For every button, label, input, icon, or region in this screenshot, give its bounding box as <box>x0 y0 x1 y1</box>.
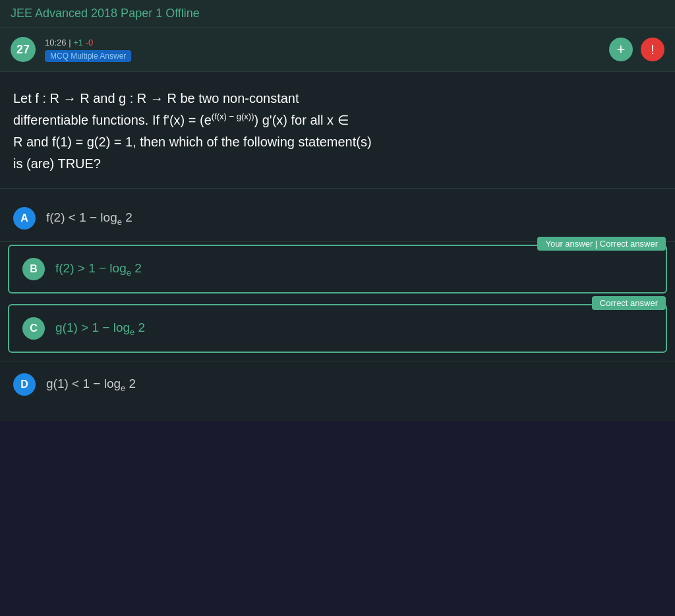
add-button[interactable]: + <box>609 38 633 61</box>
timing-value: 10:26 | <box>45 38 71 47</box>
option-row-c[interactable]: Correct answer C g(1) > 1 − loge 2 <box>8 304 667 353</box>
question-meta-info: 10:26 | +1 -0 MCQ Multiple Answer <box>45 38 131 62</box>
option-badge-c: C <box>22 317 45 340</box>
spacer-c-d <box>0 355 675 361</box>
option-badge-d: D <box>13 373 36 396</box>
question-text: Let f : R → R and g : R → R be two non-c… <box>13 88 662 175</box>
option-badge-b: B <box>22 258 45 280</box>
question-meta-row: 27 10:26 | +1 -0 MCQ Multiple Answer + ! <box>0 28 675 72</box>
question-meta-right: + ! <box>609 38 664 61</box>
option-text-b: f(2) > 1 − loge 2 <box>55 261 142 278</box>
header-title: JEE Advanced 2018 Paper 1 Offline <box>11 7 200 20</box>
answer-tag-b: Your answer | Correct answer <box>537 237 666 251</box>
option-text-a: f(2) < 1 − loge 2 <box>46 210 132 227</box>
question-meta-left: 27 10:26 | +1 -0 MCQ Multiple Answer <box>11 37 131 62</box>
options-section: A f(2) < 1 − loge 2 Your answer | Correc… <box>0 189 675 421</box>
option-row-b[interactable]: Your answer | Correct answer B f(2) > 1 … <box>8 245 667 293</box>
question-number-badge: 27 <box>11 37 36 62</box>
option-row-d[interactable]: D g(1) < 1 − loge 2 <box>0 361 675 408</box>
option-row-a[interactable]: A f(2) < 1 − loge 2 <box>0 195 675 241</box>
alert-button[interactable]: ! <box>641 38 664 61</box>
question-body: Let f : R → R and g : R → R be two non-c… <box>0 72 675 188</box>
marks-plus: +1 <box>73 38 83 47</box>
header-bar: JEE Advanced 2018 Paper 1 Offline <box>0 0 675 28</box>
option-text-d: g(1) < 1 − loge 2 <box>46 377 136 393</box>
option-text-c: g(1) > 1 − loge 2 <box>55 321 145 337</box>
exponent: (f(x) − g(x)) <box>212 111 254 121</box>
marks-minus: -0 <box>86 38 94 47</box>
answer-tag-c: Correct answer <box>592 296 666 310</box>
question-type-badge: MCQ Multiple Answer <box>45 50 131 62</box>
option-badge-a: A <box>13 207 36 230</box>
spacer-b-c <box>0 296 675 301</box>
question-timing: 10:26 | +1 -0 <box>45 38 131 47</box>
